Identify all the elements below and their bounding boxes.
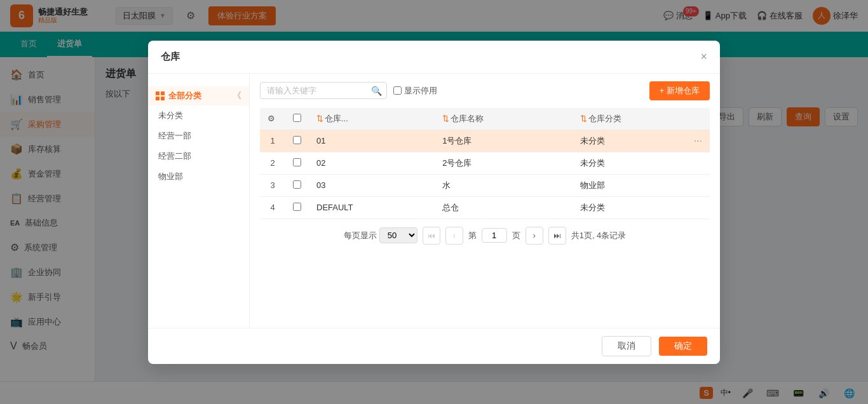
row-checkbox-4[interactable] bbox=[285, 196, 309, 219]
table-body: 1 01 1号仓库 未分类 ··· bbox=[260, 130, 710, 219]
row-category-3: 物业部 bbox=[573, 174, 710, 196]
checkbox-column-header bbox=[285, 108, 309, 130]
sort-icon-cat: ⇅ bbox=[580, 114, 587, 123]
modal-body: 全部分类 《 未分类 经营一部 经营二部 物业部 🔍 bbox=[148, 74, 720, 328]
row-no-4: DEFAULT bbox=[309, 196, 435, 219]
row-name-4: 总仓 bbox=[435, 196, 572, 219]
row-category-1: 未分类 ··· bbox=[573, 130, 710, 152]
cancel-button[interactable]: 取消 bbox=[602, 336, 651, 356]
page-suffix: 页 bbox=[512, 230, 520, 241]
row-no-2: 02 bbox=[309, 152, 435, 174]
sort-icon: ⇅ bbox=[316, 114, 323, 123]
modal-main-content: 🔍 显示停用 + 新增仓库 ⚙ bbox=[250, 74, 720, 328]
modal-header: 仓库 × bbox=[148, 41, 720, 74]
first-page-button[interactable]: ⏮ bbox=[423, 227, 440, 245]
category-item-ops1[interactable]: 经营一部 bbox=[148, 126, 249, 146]
confirm-button[interactable]: 确定 bbox=[659, 337, 707, 356]
row-select-checkbox-1[interactable] bbox=[293, 136, 301, 144]
row-no-3: 03 bbox=[309, 174, 435, 196]
settings-column-header[interactable]: ⚙ bbox=[260, 108, 285, 130]
row-number: 4 bbox=[270, 203, 275, 212]
category-sidebar: 全部分类 《 未分类 经营一部 经营二部 物业部 bbox=[148, 74, 250, 328]
page-label: 第 bbox=[468, 230, 477, 241]
table-row[interactable]: 1 01 1号仓库 未分类 ··· bbox=[260, 130, 710, 152]
row-no-1: 01 bbox=[309, 130, 435, 152]
no-column-header[interactable]: ⇅仓库... bbox=[309, 108, 435, 130]
per-page-selector: 每页显示 50 20 100 bbox=[344, 227, 417, 243]
new-warehouse-button[interactable]: + 新增仓库 bbox=[649, 81, 710, 100]
category-header bbox=[148, 81, 249, 86]
name-column-header[interactable]: ⇅仓库名称 bbox=[435, 108, 572, 130]
category-all[interactable]: 全部分类 《 bbox=[148, 86, 249, 105]
category-item-property[interactable]: 物业部 bbox=[148, 166, 249, 187]
row-checkbox-3[interactable] bbox=[285, 174, 309, 196]
warehouse-table: ⚙ ⇅仓库... ⇅仓库名称 ⇅仓库分类 bbox=[260, 108, 710, 219]
table-header-row: ⚙ ⇅仓库... ⇅仓库名称 ⇅仓库分类 bbox=[260, 108, 710, 130]
per-page-select[interactable]: 50 20 100 bbox=[379, 227, 417, 243]
grid-icon bbox=[156, 91, 165, 100]
sort-icon-name: ⇅ bbox=[442, 114, 449, 123]
show-disabled-label[interactable]: 显示停用 bbox=[393, 85, 437, 97]
row-number: 1 bbox=[270, 136, 275, 145]
row-checkbox-2[interactable] bbox=[285, 152, 309, 174]
table-head: ⚙ ⇅仓库... ⇅仓库名称 ⇅仓库分类 bbox=[260, 108, 710, 130]
category-item-ops2[interactable]: 经营二部 bbox=[148, 146, 249, 166]
category-item-unclassified[interactable]: 未分类 bbox=[148, 105, 249, 126]
search-input[interactable] bbox=[260, 82, 387, 99]
row-name-2: 2号仓库 bbox=[435, 152, 572, 174]
show-disabled-text: 显示停用 bbox=[404, 85, 437, 97]
total-label: 共1页, 4条记录 bbox=[571, 230, 627, 241]
row-actions-1: 1 bbox=[260, 130, 285, 152]
modal-toolbar: 🔍 显示停用 + 新增仓库 bbox=[260, 81, 710, 100]
row-number: 3 bbox=[270, 180, 275, 190]
modal-footer: 取消 确定 bbox=[148, 328, 720, 364]
category-all-label: 全部分类 bbox=[168, 90, 201, 102]
next-page-button[interactable]: › bbox=[526, 227, 543, 245]
modal-overlay: 仓库 × 全部分类 《 未分类 经营一部 经营二部 物业部 bbox=[0, 0, 868, 404]
warehouse-modal: 仓库 × 全部分类 《 未分类 经营一部 经营二部 物业部 bbox=[148, 41, 720, 364]
table-row[interactable]: 2 02 2号仓库 未分类 bbox=[260, 152, 710, 174]
last-page-button[interactable]: ⏭ bbox=[548, 227, 566, 245]
row-actions-3: 3 bbox=[260, 174, 285, 196]
row-actions-4: 4 bbox=[260, 196, 285, 219]
pagination-bar: 每页显示 50 20 100 ⏮ ‹ 第 页 › ⏭ 共1页, 4条记录 bbox=[260, 219, 710, 247]
page-input[interactable] bbox=[482, 228, 507, 243]
row-category-2: 未分类 bbox=[573, 152, 710, 174]
prev-page-button[interactable]: ‹ bbox=[445, 227, 463, 245]
show-disabled-checkbox[interactable] bbox=[393, 86, 402, 95]
row-select-checkbox-3[interactable] bbox=[293, 180, 301, 189]
row-actions-2: 2 bbox=[260, 152, 285, 174]
row-select-checkbox-4[interactable] bbox=[293, 203, 301, 211]
row-number: 2 bbox=[270, 158, 275, 168]
table-row[interactable]: 3 03 水 物业部 bbox=[260, 174, 710, 196]
row-category-4: 未分类 bbox=[573, 196, 710, 219]
row-checkbox-1[interactable] bbox=[285, 130, 309, 152]
row-name-1: 1号仓库 bbox=[435, 130, 572, 152]
category-column-header[interactable]: ⇅仓库分类 bbox=[573, 108, 710, 130]
modal-title: 仓库 bbox=[161, 51, 180, 63]
per-page-label: 每页显示 bbox=[344, 230, 377, 241]
row-more-btn-1[interactable]: ··· bbox=[694, 135, 702, 147]
search-wrapper: 🔍 bbox=[260, 82, 387, 99]
row-select-checkbox-2[interactable] bbox=[293, 158, 301, 166]
collapse-button[interactable]: 《 bbox=[233, 90, 241, 102]
modal-close-button[interactable]: × bbox=[700, 51, 707, 62]
search-area: 🔍 显示停用 bbox=[260, 82, 437, 99]
select-all-checkbox[interactable] bbox=[293, 114, 301, 122]
table-row[interactable]: 4 DEFAULT 总仓 未分类 bbox=[260, 196, 710, 219]
row-name-3: 水 bbox=[435, 174, 572, 196]
